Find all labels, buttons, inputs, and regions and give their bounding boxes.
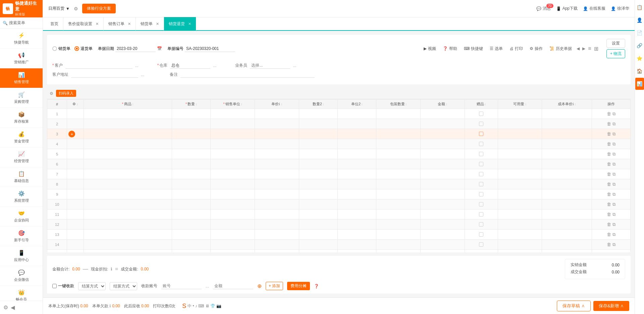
delete-btn-12[interactable]: 🗑 bbox=[607, 222, 611, 227]
sidebar-item-marketing[interactable]: 📢 营销推广 bbox=[0, 49, 43, 68]
right-panel-btn-3[interactable]: 📄 bbox=[635, 27, 644, 39]
collapse-icon[interactable]: ◀ bbox=[11, 304, 15, 311]
copy-btn-10[interactable]: ⧉ bbox=[612, 202, 615, 207]
row-gear-3[interactable]: + bbox=[67, 129, 84, 139]
select-btn[interactable]: ☰ 选单 bbox=[488, 45, 505, 53]
account-dots[interactable]: ... bbox=[206, 284, 209, 289]
add-payment-btn[interactable]: + 添加 bbox=[266, 282, 283, 290]
add-row-btn[interactable]: + bbox=[68, 131, 75, 137]
address-input[interactable] bbox=[71, 71, 138, 78]
row-product-2[interactable] bbox=[84, 119, 172, 129]
row-product-6[interactable] bbox=[84, 159, 172, 169]
delete-btn-5[interactable]: 🗑 bbox=[607, 151, 611, 156]
sidebar-item-sale-mgmt[interactable]: 📊 销售管理 bbox=[0, 68, 43, 88]
row-gear-6[interactable] bbox=[67, 159, 84, 169]
copy-btn-8[interactable]: ⧉ bbox=[612, 182, 615, 187]
delete-btn-4[interactable]: 🗑 bbox=[607, 141, 611, 146]
tab-sale-return[interactable]: 销货退货✕ bbox=[164, 17, 196, 30]
row-product-9[interactable] bbox=[84, 189, 172, 199]
sidebar-item-vip[interactable]: 👑 畅会员 bbox=[0, 286, 43, 301]
settlement-method-select[interactable]: 结算方式 bbox=[78, 282, 106, 290]
copy-btn-13[interactable]: ⧉ bbox=[612, 232, 615, 237]
radio-return[interactable]: 退货单 bbox=[74, 46, 93, 52]
right-panel-btn-1[interactable]: 📋 bbox=[635, 1, 644, 13]
save-new-btn[interactable]: 保存&新增 ∧ bbox=[593, 301, 629, 311]
copy-btn-9[interactable]: ⧉ bbox=[612, 192, 615, 197]
message-btn[interactable]: 💬 消息 70 bbox=[536, 6, 551, 11]
save-draft-btn[interactable]: 保存草稿 ∧ bbox=[557, 301, 591, 311]
one-click-input[interactable] bbox=[52, 284, 57, 288]
radio-sale[interactable]: 销货单 bbox=[52, 46, 70, 52]
delete-btn-15[interactable]: 🗑 bbox=[607, 252, 611, 252]
video-btn[interactable]: ▶ 视频 bbox=[422, 45, 438, 53]
row-product-12[interactable] bbox=[84, 219, 172, 230]
history-btn[interactable]: 📜 历史单据 bbox=[547, 45, 574, 53]
scan-input-btn[interactable]: 扫码录入 bbox=[56, 90, 76, 97]
copy-btn-7[interactable]: ⧉ bbox=[612, 172, 615, 177]
app-download-btn[interactable]: 📱 App下载 bbox=[556, 6, 578, 11]
sidebar-item-inventory[interactable]: 📦 库存核算 bbox=[0, 108, 43, 128]
salesperson-input[interactable] bbox=[250, 62, 290, 69]
experience-btn[interactable]: 体验行业方案 bbox=[82, 4, 116, 13]
delete-btn-9[interactable]: 🗑 bbox=[607, 192, 611, 197]
row-product-3[interactable] bbox=[84, 129, 172, 139]
row-product-14[interactable] bbox=[84, 240, 172, 250]
sidebar-item-purchase-mgmt[interactable]: 🛒 采购管理 bbox=[0, 88, 43, 108]
row-product-8[interactable] bbox=[84, 179, 172, 189]
prev-btn[interactable]: ◀ bbox=[577, 46, 580, 51]
row-product-7[interactable] bbox=[84, 169, 172, 179]
row-product-1[interactable] bbox=[84, 109, 172, 119]
row-gear-14[interactable] bbox=[67, 240, 84, 250]
order-no-input[interactable] bbox=[185, 46, 235, 52]
online-service-btn[interactable]: 👤 在线客服 bbox=[583, 6, 605, 11]
row-gear-4[interactable] bbox=[67, 139, 84, 149]
row-gear-12[interactable] bbox=[67, 219, 84, 230]
operate-btn[interactable]: ⚙ 操作 bbox=[528, 45, 545, 53]
right-panel-btn-7[interactable]: 📊 bbox=[635, 78, 644, 90]
shortcut-btn[interactable]: ⌨ 快捷键 bbox=[462, 45, 485, 53]
copy-btn-4[interactable]: ⧉ bbox=[612, 141, 615, 147]
sidebar-item-enterprise[interactable]: 🤝 企业协同 bbox=[0, 207, 43, 227]
remark-input[interactable] bbox=[180, 71, 315, 78]
copy-btn-3[interactable]: ⧉ bbox=[612, 131, 615, 137]
row-gear-15[interactable] bbox=[67, 250, 84, 253]
add-payment-icon[interactable]: ⊕ bbox=[257, 283, 262, 289]
sidebar-item-sys-mgmt[interactable]: ⚙️ 系统管理 bbox=[0, 187, 43, 207]
date-input[interactable] bbox=[115, 46, 156, 52]
customer-dots[interactable]: ... bbox=[135, 63, 139, 68]
next-btn[interactable]: ▶ bbox=[582, 46, 585, 51]
copy-btn-5[interactable]: ⧉ bbox=[612, 151, 615, 157]
copy-btn-2[interactable]: ⧉ bbox=[612, 121, 615, 127]
sidebar-item-quick-nav[interactable]: ⚡ 快捷导航 bbox=[0, 29, 43, 49]
row-gear-5[interactable] bbox=[67, 149, 84, 159]
cash-discount-info[interactable]: ℹ bbox=[111, 267, 112, 271]
delete-btn-11[interactable]: 🗑 bbox=[607, 212, 611, 217]
row-gear-13[interactable] bbox=[67, 230, 84, 240]
sidebar-item-basic-info[interactable]: 📋 基础信息 bbox=[0, 167, 43, 187]
row-product-15[interactable] bbox=[84, 250, 172, 253]
settings-gear-icon[interactable]: ⚙ bbox=[74, 6, 78, 11]
row-gear-1[interactable] bbox=[67, 109, 84, 119]
sidebar-item-operations[interactable]: 📈 经营管理 bbox=[0, 147, 43, 167]
tab-close-sale-price-setting[interactable]: ✕ bbox=[96, 22, 99, 26]
row-product-11[interactable] bbox=[84, 209, 172, 219]
sidebar-item-finance[interactable]: 💰 资金管理 bbox=[0, 128, 43, 147]
row-product-5[interactable] bbox=[84, 149, 172, 159]
address-dots[interactable]: ... bbox=[141, 72, 144, 77]
settings-icon[interactable]: ⚙ bbox=[3, 304, 8, 311]
sidebar-item-guide[interactable]: 🎯 新手引导 bbox=[0, 227, 43, 246]
tab-sale-order[interactable]: 销售订单✕ bbox=[104, 17, 136, 30]
view-list-icon[interactable]: ≡ bbox=[588, 46, 591, 52]
delete-btn-8[interactable]: 🗑 bbox=[607, 182, 611, 187]
print-count-btn[interactable]: 打印次数0次 bbox=[153, 303, 175, 309]
view-grid-icon[interactable]: ⊞ bbox=[594, 46, 598, 52]
gear-icon[interactable]: ⚙ bbox=[50, 91, 53, 96]
warehouse-dots[interactable]: ... bbox=[213, 63, 216, 68]
copy-btn-11[interactable]: ⧉ bbox=[612, 212, 615, 217]
delete-btn-3[interactable]: 🗑 bbox=[607, 131, 611, 136]
help-btn[interactable]: ❓ 帮助 bbox=[441, 45, 459, 53]
row-gear-9[interactable] bbox=[67, 189, 84, 199]
tab-close-sale-delivery[interactable]: ✕ bbox=[156, 22, 159, 26]
right-panel-btn-4[interactable]: 🔗 bbox=[635, 40, 644, 52]
delete-btn-2[interactable]: 🗑 bbox=[607, 121, 611, 126]
